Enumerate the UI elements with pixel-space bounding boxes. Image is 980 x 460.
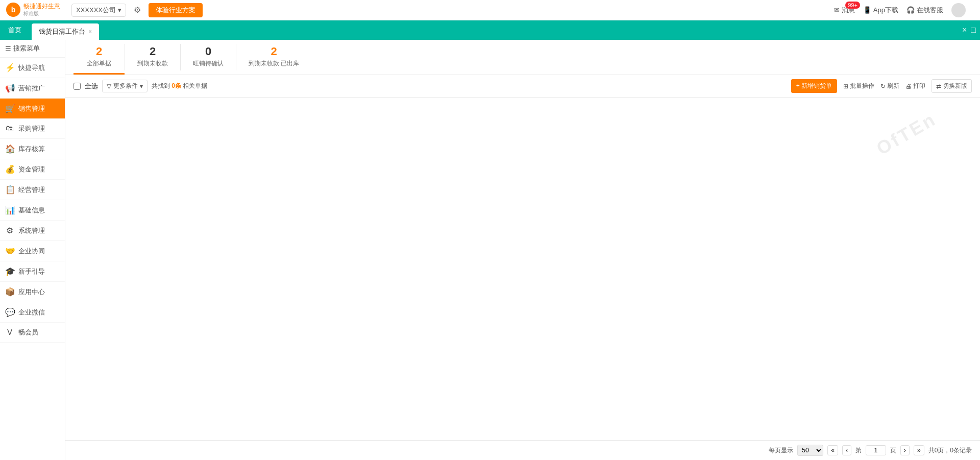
sales-label: 销售管理: [18, 104, 45, 113]
top-header: b 畅捷通好生意 标准版 XXXXXX公司 ▾ ⚙ 体验行业方案 ✉ 消息 99…: [0, 0, 980, 20]
sidebar-item-purchase[interactable]: 🛍 采购管理: [0, 119, 65, 139]
sys-mgmt-icon: ⚙: [5, 226, 14, 235]
sidebar-item-sales[interactable]: 🛒 销售管理: [0, 99, 65, 119]
first-page-button[interactable]: «: [827, 445, 838, 455]
stat-label-overdue: 到期未收款: [137, 59, 168, 68]
tab-qianghuo[interactable]: 钱货日清工作台 ×: [32, 23, 99, 40]
sidebar-item-enterprise[interactable]: 🤝 企业协同: [0, 241, 65, 261]
service-icon: 🎧: [906, 6, 915, 14]
sidebar-item-wechat[interactable]: 💬 企业微信: [0, 302, 65, 323]
message-btn[interactable]: ✉ 消息 99+: [834, 6, 855, 15]
content-area: 2 全部单据 2 到期未收款 0 旺铺待确认 2 到期未收款 已出库 全选 ▽ …: [65, 40, 980, 460]
marketing-icon: 📢: [5, 83, 14, 93]
wechat-icon: 💬: [5, 307, 14, 317]
batch-label: 批量操作: [850, 82, 874, 90]
sidebar-item-member[interactable]: V 畅会员: [0, 323, 65, 343]
finance-label: 资金管理: [18, 165, 45, 174]
window-close-btn[interactable]: ×: [962, 26, 967, 35]
sys-mgmt-label: 系统管理: [18, 226, 45, 235]
found-suffix: 相关单据: [183, 82, 207, 89]
avatar[interactable]: [951, 3, 966, 17]
sidebar-item-base-info[interactable]: 📊 基础信息: [0, 200, 65, 221]
company-name: XXXXXX公司: [76, 6, 116, 15]
operations-icon: 📋: [5, 185, 14, 195]
last-page-button[interactable]: »: [914, 445, 924, 455]
app-center-icon: 📦: [5, 287, 14, 297]
found-prefix: 共找到: [152, 82, 170, 89]
stat-tab-overdue[interactable]: 2 到期未收款: [125, 40, 180, 75]
current-page-input[interactable]: [866, 445, 886, 455]
switch-version-button[interactable]: ⇄ 切换新版: [932, 79, 972, 93]
refresh-icon: ↻: [880, 83, 886, 90]
app-icon: 📱: [863, 6, 871, 14]
app-center-label: 应用中心: [18, 287, 45, 297]
stat-label-pending: 旺铺待确认: [193, 59, 224, 68]
filter-label: 更多条件: [113, 82, 138, 90]
batch-operation-button[interactable]: ⊞ 批量操作: [843, 82, 874, 90]
purchase-label: 采购管理: [18, 124, 45, 133]
base-info-icon: 📊: [5, 205, 14, 215]
window-max-btn[interactable]: □: [971, 26, 976, 35]
batch-icon: ⊞: [843, 83, 848, 90]
total-records: 共0页，0条记录: [928, 446, 972, 455]
prev-page-button[interactable]: ‹: [842, 445, 851, 455]
base-info-label: 基础信息: [18, 206, 45, 215]
stat-tab-pending[interactable]: 0 旺铺待确认: [181, 40, 236, 75]
tab-close-icon[interactable]: ×: [88, 28, 92, 35]
header-right: ✉ 消息 99+ 📱 App下载 🎧 在线客服: [834, 3, 974, 17]
message-badge: 99+: [845, 2, 860, 9]
sidebar-item-finance[interactable]: 💰 资金管理: [0, 159, 65, 180]
sidebar-search[interactable]: ☰ 搜索菜单: [0, 40, 65, 58]
filter-icon: ▽: [107, 83, 111, 90]
print-icon: 🖨: [905, 83, 912, 90]
online-service-btn[interactable]: 🎧 在线客服: [906, 6, 943, 15]
app-download-btn[interactable]: 📱 App下载: [863, 6, 898, 15]
sidebar-item-app-center[interactable]: 📦 应用中心: [0, 282, 65, 302]
add-sales-order-button[interactable]: + 新增销货单: [791, 79, 837, 93]
stat-tab-all[interactable]: 2 全部单据: [74, 40, 125, 75]
sidebar: ☰ 搜索菜单 ⚡ 快捷导航 📢 营销推广 🛒 销售管理 🛍 采购管理 🏠 库存核…: [0, 40, 65, 460]
sidebar-item-operations[interactable]: 📋 经营管理: [0, 180, 65, 200]
stat-tab-overdue-shipped[interactable]: 2 到期未收款 已出库: [236, 40, 311, 75]
toolbar-right: + 新增销货单 ⊞ 批量操作 ↻ 刷新 🖨 打印 ⇄ 切换新版: [791, 79, 972, 93]
next-page-button[interactable]: ›: [900, 445, 910, 455]
main-layout: ☰ 搜索菜单 ⚡ 快捷导航 📢 营销推广 🛒 销售管理 🛍 采购管理 🏠 库存核…: [0, 40, 980, 460]
page-label: 页: [890, 446, 896, 455]
member-label: 畅会员: [18, 328, 38, 337]
filter-chevron-icon: ▾: [140, 83, 143, 90]
operations-label: 经营管理: [18, 185, 45, 195]
toolbar-left: 全选 ▽ 更多条件 ▾ 共找到 0条 相关单据: [74, 80, 785, 92]
settings-icon[interactable]: ⚙: [130, 3, 144, 17]
trial-button[interactable]: 体验行业方案: [149, 3, 203, 17]
tab-actions: × □: [962, 26, 980, 35]
stat-num-all: 2: [96, 45, 102, 58]
print-button[interactable]: 🖨 打印: [905, 82, 925, 90]
purchase-icon: 🛍: [5, 124, 14, 133]
stat-num-overdue-shipped: 2: [271, 45, 277, 58]
sidebar-item-quick-nav[interactable]: ⚡ 快捷导航: [0, 58, 65, 78]
company-selector[interactable]: XXXXXX公司 ▾: [71, 4, 126, 17]
pagination: 每页显示 50 100 200 « ‹ 第 页 › » 共0页，0条记录: [65, 440, 980, 460]
select-all-label: 全选: [85, 82, 98, 91]
sidebar-item-sys-mgmt[interactable]: ⚙ 系统管理: [0, 221, 65, 241]
logo-area: b 畅捷通好生意 标准版: [6, 3, 71, 17]
tab-label: 钱货日清工作台: [39, 27, 85, 36]
quick-nav-icon: ⚡: [5, 63, 14, 72]
switch-label: 切换新版: [943, 82, 967, 90]
select-all-checkbox[interactable]: [74, 83, 81, 90]
toolbar: 全选 ▽ 更多条件 ▾ 共找到 0条 相关单据 + 新增销货单 ⊞ 批量操作 ↻: [65, 75, 980, 98]
sidebar-item-guide[interactable]: 🎓 新手引导: [0, 261, 65, 282]
tab-home[interactable]: 首页: [0, 20, 30, 40]
watermark: OfTEn: [873, 108, 940, 159]
filter-button[interactable]: ▽ 更多条件 ▾: [102, 80, 148, 92]
refresh-button[interactable]: ↻ 刷新: [880, 82, 899, 90]
sales-icon: 🛒: [5, 104, 14, 113]
tab-bar: 首页 钱货日清工作台 × × □: [0, 20, 980, 40]
per-page-select[interactable]: 50 100 200: [797, 445, 823, 456]
logo-icon: b: [6, 3, 20, 17]
finance-icon: 💰: [5, 164, 14, 174]
dropdown-arrow-icon: ▾: [118, 6, 121, 14]
sidebar-item-inventory[interactable]: 🏠 库存核算: [0, 139, 65, 159]
page-di-text: 第: [855, 446, 862, 455]
sidebar-item-marketing[interactable]: 📢 营销推广: [0, 78, 65, 99]
